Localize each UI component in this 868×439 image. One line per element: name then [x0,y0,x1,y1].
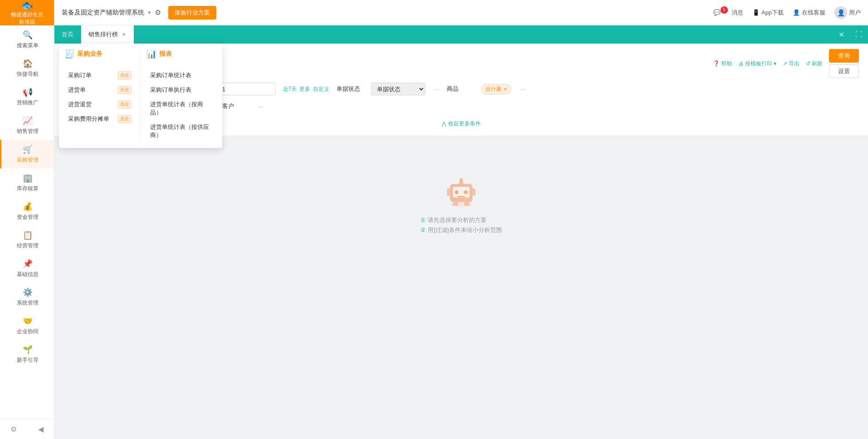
set-btn[interactable]: 设置 [829,64,859,78]
search-label: 搜索菜单 [17,42,39,49]
print-btn[interactable]: 🖨 按模板打印 ▾ [738,60,776,68]
newbie-icon: 🌱 [23,345,33,355]
query-btn[interactable]: 查询 [829,49,859,63]
empty-tips: ①请先选择要分析的方案 ②用[过滤]条件来缩小分析范围 [420,214,502,236]
purchase-icon: 🛒 [23,144,33,154]
purchase-dropdown-item[interactable]: 进货单历史 [64,83,135,97]
finance-label: 资金管理 [17,213,39,221]
newbie-label: 新手引导 [17,356,39,364]
svg-point-3 [455,190,458,194]
purchase-col: 🧾 采购业务 采购订单历史进货单历史进货退货历史采购费用分摊单历史 [59,49,141,143]
purchase-dropdown-item[interactable]: 进货退货历史 [64,97,135,112]
refresh-btn[interactable]: ↺ 刷新 [806,60,823,68]
customer-label: 客户 [222,102,249,110]
svg-rect-5 [458,196,465,197]
purchase-dropdown-item[interactable]: 采购订单历史 [64,68,135,83]
operations-icon: 📋 [23,230,33,240]
sidebar-item-inventory[interactable]: 🏢 库存核算 [0,168,54,197]
inventory-label: 库存核算 [17,185,39,192]
settings-footer-btn[interactable]: ⚙ [10,425,17,434]
purchase-dropdown-item[interactable]: 采购费用分摊单历史 [64,112,135,126]
service-icon: 👤 [793,9,800,16]
sidebar-item-marketing[interactable]: 📢 营销推广 [0,83,54,111]
topbar-right: 💬 5 消息 📱 App下载 👤 在线客服 👤 用户 [713,6,861,19]
history-badge: 历史 [118,86,132,94]
tab-sales-rank-label: 销售排行榜 [88,30,118,39]
shortcut-more[interactable]: 更多 [299,85,310,93]
sidebar-footer: ⚙ ◀ [0,419,54,439]
sidebar-item-system[interactable]: ⚙️ 系统管理 [0,283,54,311]
system-icon: ⚙️ [23,287,33,297]
purchase-col-title: 🧾 采购业务 [64,49,135,63]
svg-rect-8 [447,188,450,196]
help-btn[interactable]: ❓ 帮助 [713,60,732,68]
report-col-title: 📊 报表 [146,49,217,63]
sidebar-item-sales[interactable]: 📈 销售管理 [0,111,54,140]
sidebar: 🐟 畅捷通好生意 标准版 🔍 搜索菜单 🏠 快捷导航 📢 营销推广 📈 销售管理… [0,0,54,439]
user-btn[interactable]: 👤 用户 [834,6,861,19]
sales-icon: 📈 [23,116,33,126]
tab-sales-rank[interactable]: 销售排行榜 ✕ [81,25,134,44]
app-download-btn[interactable]: 📱 App下载 [752,9,784,17]
finance-icon: 💰 [23,202,33,212]
system-label: 系统管理 [17,299,39,307]
report-dropdown-item[interactable]: 进货单统计表（按供应商） [146,120,217,143]
sidebar-item-operations[interactable]: 📋 经营管理 [0,226,54,254]
basic-info-icon: 📌 [23,259,33,269]
svg-point-4 [464,190,468,194]
report-items-list: 采购订单统计表采购订单执行表进货单统计表（按商品）进货单统计表（按供应商） [146,68,217,143]
tab-home-label: 首页 [62,30,73,39]
report-col-icon: 📊 [146,49,156,59]
marketing-icon: 📢 [23,87,33,97]
sidebar-item-quick-nav[interactable]: 🏠 快捷导航 [0,54,54,83]
shortcut-custom[interactable]: 自定义 [313,85,329,93]
purchase-items-list: 采购订单历史进货单历史进货退货历史采购费用分摊单历史 [64,68,135,126]
tabbar-close-icon[interactable]: ✕ [833,30,850,39]
doc-status-select[interactable]: 单据状态 [371,83,425,95]
doc-status-label: 单据状态 [336,85,364,93]
tabbar-expand-icon[interactable]: ⛶ [850,30,868,39]
topbar: 装备及固定资产辅助管理系统 ▾ ⚙ 体验行业方案 💬 5 消息 📱 App下载 … [54,0,868,25]
sidebar-item-finance[interactable]: 💰 资金管理 [0,197,54,226]
customer-ellipsis[interactable]: ··· [258,103,263,110]
report-dropdown-item[interactable]: 采购订单统计表 [146,68,217,83]
empty-state: ①请先选择要分析的方案 ②用[过滤]条件来缩小分析范围 [54,136,868,272]
topbar-gear-icon[interactable]: ⚙ [155,8,161,17]
sidebar-nav: 🔍 搜索菜单 🏠 快捷导航 📢 营销推广 📈 销售管理 🛒 采购管理 🏢 库存核… [0,25,54,419]
tab-sales-rank-close-icon[interactable]: ✕ [122,31,126,38]
search-icon: 🔍 [23,30,33,40]
topbar-arrow-icon[interactable]: ▾ [148,9,151,16]
print-dropdown-icon[interactable]: ▾ [774,60,776,67]
basic-info-label: 基础信息 [17,271,39,278]
report-dropdown-item[interactable]: 采购订单执行表 [146,83,217,97]
history-badge: 历史 [118,71,132,79]
sidebar-item-search[interactable]: 🔍 搜索菜单 [0,25,54,54]
help-icon: ❓ [713,60,720,67]
history-badge: 历史 [118,115,132,123]
doc-status-ellipsis[interactable]: ··· [434,86,439,93]
quick-nav-icon: 🏠 [23,59,33,69]
message-btn[interactable]: 💬 5 消息 [713,9,743,17]
sidebar-item-newbie[interactable]: 🌱 新手引导 [0,340,54,369]
operations-label: 经营管理 [17,242,39,250]
date-shortcuts: 近7天 更多 自定义 [283,85,330,93]
enterprise-icon: 🤝 [23,316,33,326]
online-service-btn[interactable]: 👤 在线客服 [793,9,825,17]
goods-tag-close-icon[interactable]: ✕ [503,87,507,92]
purchase-col-icon: 🧾 [64,49,74,59]
tab-home[interactable]: 首页 [54,25,81,44]
sidebar-item-basic-info[interactable]: 📌 基础信息 [0,254,54,283]
sidebar-item-purchase[interactable]: 🛒 采购管理 [0,140,54,168]
industry-btn[interactable]: 体验行业方案 [168,6,216,20]
purchase-label: 采购管理 [17,156,39,164]
goods-tag: 设计素 ✕ [481,84,511,94]
report-dropdown-item[interactable]: 进货单统计表（按商品） [146,97,217,120]
export-btn[interactable]: ↗ 导出 [783,60,800,68]
goods-ellipsis[interactable]: ··· [520,86,525,93]
online-service-label: 在线客服 [802,9,825,17]
goods-tag-text: 设计素 [485,85,502,93]
sidebar-item-enterprise[interactable]: 🤝 企业协同 [0,311,54,340]
collapse-footer-btn[interactable]: ◀ [38,425,44,434]
user-label: 用户 [849,9,861,17]
shortcut-7days[interactable]: 近7天 [283,85,297,93]
